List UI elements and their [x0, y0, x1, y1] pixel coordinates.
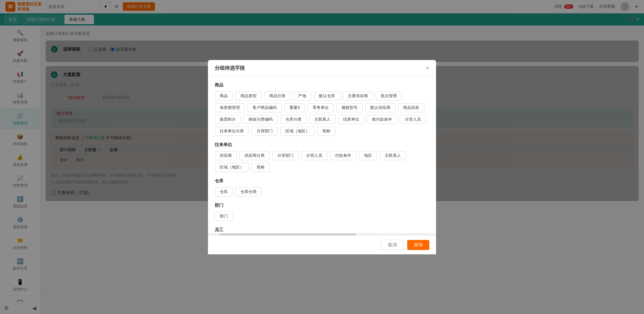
field-group-goods: 商品 商品 商品类型 商品分类 产地 默认仓库 主要供应商 批次管理 保质期管理…: [215, 82, 429, 136]
field-chip-goods-3[interactable]: 产地: [293, 91, 311, 101]
field-chip-goods-14[interactable]: 炼货积分: [215, 115, 241, 124]
field-chip-warehouse-0[interactable]: 仓库: [215, 187, 233, 196]
field-group-warehouse: 仓库 仓库 仓库分类: [215, 178, 429, 196]
field-chip-department-0[interactable]: 部门: [215, 212, 233, 221]
field-chip-goods-12[interactable]: 默认供应商: [365, 103, 395, 112]
field-chip-goods-2[interactable]: 商品分类: [264, 91, 290, 101]
field-group-partner: 往来单位 供应商 供应商分类 分管部门 分管人员 付款条件 地区 主联系人 区域…: [215, 142, 429, 172]
modal-cancel-btn[interactable]: 取消: [381, 240, 404, 250]
field-chip-partner-7[interactable]: 区域（地区）: [215, 163, 249, 172]
modal-body[interactable]: 商品 商品 商品类型 商品分类 产地 默认仓库 主要供应商 批次管理 保质期管理…: [208, 77, 436, 233]
field-chip-partner-5[interactable]: 地区: [359, 151, 377, 160]
field-chips-department: 部门: [215, 212, 429, 221]
field-select-modal: 分组待选字段 × 商品 商品 商品类型 商品分类 产地 默认仓库 主要供应商 批…: [208, 60, 436, 254]
field-chip-goods-17[interactable]: 主联系人: [309, 115, 335, 124]
field-chip-partner-3[interactable]: 分管人员: [301, 151, 327, 160]
field-chip-goods-23[interactable]: 区域（地区）: [280, 127, 315, 136]
field-chip-warehouse-1[interactable]: 仓库分类: [235, 187, 262, 196]
field-chip-partner-0[interactable]: 供应商: [215, 151, 237, 160]
field-chip-goods-13[interactable]: 商品别名: [398, 103, 424, 112]
field-chip-goods-1[interactable]: 商品类型: [235, 91, 262, 101]
field-chip-goods-18[interactable]: 结算单位: [338, 115, 364, 124]
modal-footer: 取消 查询: [208, 235, 436, 254]
modal-close-btn[interactable]: ×: [426, 65, 429, 72]
field-chip-goods-21[interactable]: 往来单位分类: [215, 127, 249, 136]
field-chip-goods-5[interactable]: 主要供应商: [343, 91, 373, 101]
field-group-employee: 员工 业务员: [215, 227, 429, 233]
field-chip-goods-16[interactable]: 仓库分类: [280, 115, 307, 124]
modal-confirm-btn[interactable]: 查询: [407, 240, 429, 250]
field-group-warehouse-title: 仓库: [215, 178, 429, 184]
field-chip-goods-22[interactable]: 分管部门: [252, 127, 278, 136]
field-group-goods-title: 商品: [215, 82, 429, 88]
field-chip-goods-9[interactable]: 重量3: [284, 103, 305, 112]
field-group-department: 部门 部门: [215, 202, 429, 221]
field-chip-goods-6[interactable]: 批次管理: [376, 91, 402, 101]
modal-scrollbar-horizontal[interactable]: [208, 233, 436, 235]
field-chip-goods-10[interactable]: 零售单位: [308, 103, 334, 112]
modal-scrollbar-thumb: [219, 234, 356, 235]
field-group-partner-title: 往来单位: [215, 142, 429, 148]
field-chips-warehouse: 仓库 仓库分类: [215, 187, 429, 196]
field-chip-partner-1[interactable]: 供应商分类: [239, 151, 270, 160]
field-chip-goods-8[interactable]: 客户商品编码: [248, 103, 282, 112]
field-chip-partner-6[interactable]: 主联系人: [380, 151, 406, 160]
modal-title: 分组待选字段: [215, 65, 245, 71]
field-chip-partner-4[interactable]: 付款条件: [330, 151, 356, 160]
field-chip-goods-15[interactable]: 税收分类编码: [244, 115, 278, 124]
field-group-employee-title: 员工: [215, 227, 429, 233]
field-chip-goods-11[interactable]: 规格型号: [336, 103, 363, 112]
field-chip-partner-2[interactable]: 分管部门: [272, 151, 299, 160]
field-chip-goods-0[interactable]: 商品: [215, 91, 233, 101]
field-chips-goods: 商品 商品类型 商品分类 产地 默认仓库 主要供应商 批次管理 保质期管理 客户…: [215, 91, 429, 136]
modal-overlay: 分组待选字段 × 商品 商品 商品类型 商品分类 产地 默认仓库 主要供应商 批…: [0, 0, 644, 314]
field-chip-partner-8[interactable]: 简称: [252, 163, 270, 172]
field-chip-goods-19[interactable]: 收付款条件: [367, 115, 397, 124]
modal-header: 分组待选字段 ×: [208, 60, 436, 77]
field-chip-goods-4[interactable]: 默认仓库: [314, 91, 340, 101]
field-chip-goods-7[interactable]: 保质期管理: [215, 103, 245, 112]
field-group-department-title: 部门: [215, 202, 429, 208]
field-chip-goods-20[interactable]: 分管人员: [400, 115, 426, 124]
field-chips-partner: 供应商 供应商分类 分管部门 分管人员 付款条件 地区 主联系人 区域（地区） …: [215, 151, 429, 172]
field-chip-goods-24[interactable]: 简称: [317, 127, 335, 136]
